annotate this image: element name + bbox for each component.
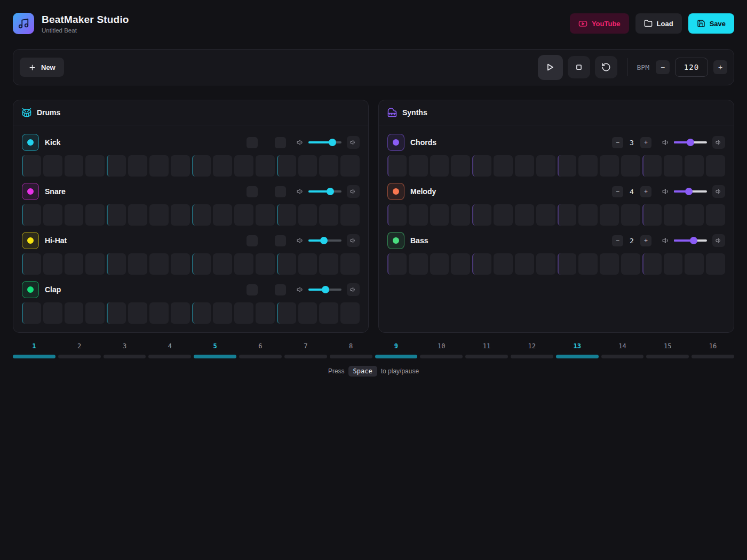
octave-increase-button[interactable]: + [640, 186, 651, 197]
step-cell[interactable] [234, 155, 253, 177]
step-cell[interactable] [536, 253, 555, 275]
instrument-toggle-button[interactable] [387, 232, 404, 249]
mute-button[interactable] [347, 185, 360, 198]
step-cell[interactable] [664, 204, 683, 226]
octave-decrease-button[interactable]: − [612, 235, 623, 246]
step-cell[interactable] [298, 204, 317, 226]
octave-decrease-button[interactable]: − [612, 137, 623, 148]
step-cell[interactable] [409, 253, 428, 275]
step-cell[interactable] [128, 155, 147, 177]
step-cell[interactable] [213, 155, 232, 177]
step-cell[interactable] [85, 253, 105, 275]
mute-button[interactable] [347, 283, 360, 296]
step-cell[interactable] [192, 253, 211, 275]
step-cell[interactable] [149, 204, 169, 226]
volume-slider[interactable] [308, 188, 341, 195]
step-cell[interactable] [451, 204, 470, 226]
volume-slider[interactable] [308, 237, 341, 244]
step-cell[interactable] [107, 155, 126, 177]
instrument-toggle-button[interactable] [387, 183, 404, 200]
step-cell[interactable] [558, 204, 577, 226]
step-cell[interactable] [256, 253, 275, 275]
bpm-decrease-button[interactable]: − [656, 60, 670, 74]
step-cell[interactable] [213, 302, 232, 324]
step-cell[interactable] [600, 155, 619, 177]
step-cell[interactable] [340, 253, 360, 275]
volume-slider[interactable] [308, 139, 341, 146]
step-cell[interactable] [451, 155, 470, 177]
step-cell[interactable] [128, 253, 147, 275]
step-cell[interactable] [234, 253, 253, 275]
step-cell[interactable] [642, 204, 662, 226]
step-cell[interactable] [536, 204, 555, 226]
step-cell[interactable] [256, 155, 275, 177]
step-cell[interactable] [558, 155, 577, 177]
step-cell[interactable] [600, 204, 619, 226]
step-cell[interactable] [43, 302, 62, 324]
stop-button[interactable] [568, 56, 590, 78]
step-cell[interactable] [234, 302, 253, 324]
step-cell[interactable] [256, 204, 275, 226]
step-cell[interactable] [642, 155, 662, 177]
instrument-toggle-button[interactable] [22, 134, 39, 151]
step-cell[interactable] [430, 253, 449, 275]
step-cell[interactable] [171, 204, 190, 226]
step-cell[interactable] [85, 155, 105, 177]
step-cell[interactable] [149, 302, 169, 324]
mute-button[interactable] [712, 234, 725, 247]
step-cell[interactable] [621, 155, 640, 177]
mute-button[interactable] [347, 234, 360, 247]
step-cell[interactable] [494, 204, 513, 226]
step-cell[interactable] [621, 253, 640, 275]
step-cell[interactable] [192, 155, 211, 177]
step-cell[interactable] [706, 253, 725, 275]
step-cell[interactable] [43, 155, 62, 177]
step-cell[interactable] [515, 155, 534, 177]
step-cell[interactable] [319, 204, 338, 226]
step-cell[interactable] [298, 155, 317, 177]
step-cell[interactable] [319, 155, 338, 177]
step-cell[interactable] [472, 204, 491, 226]
volume-slider-thumb[interactable] [685, 188, 693, 195]
octave-increase-button[interactable] [275, 186, 286, 197]
step-cell[interactable] [664, 253, 683, 275]
step-cell[interactable] [298, 302, 317, 324]
step-cell[interactable] [213, 204, 232, 226]
step-cell[interactable] [192, 204, 211, 226]
step-cell[interactable] [319, 253, 338, 275]
step-cell[interactable] [515, 253, 534, 275]
octave-increase-button[interactable]: + [640, 137, 651, 148]
step-cell[interactable] [65, 253, 84, 275]
step-cell[interactable] [22, 302, 41, 324]
step-cell[interactable] [578, 204, 598, 226]
step-cell[interactable] [128, 302, 147, 324]
volume-slider[interactable] [674, 237, 707, 244]
step-cell[interactable] [234, 204, 253, 226]
step-cell[interactable] [213, 253, 232, 275]
step-cell[interactable] [706, 155, 725, 177]
instrument-toggle-button[interactable] [22, 281, 39, 298]
instrument-toggle-button[interactable] [387, 134, 404, 151]
mute-button[interactable] [712, 136, 725, 149]
step-cell[interactable] [43, 253, 62, 275]
step-cell[interactable] [430, 204, 449, 226]
octave-increase-button[interactable]: + [640, 235, 651, 246]
save-button[interactable]: Save [688, 13, 734, 34]
step-cell[interactable] [171, 302, 190, 324]
step-cell[interactable] [664, 155, 683, 177]
step-cell[interactable] [22, 253, 41, 275]
step-cell[interactable] [85, 302, 105, 324]
octave-increase-button[interactable] [275, 284, 286, 295]
step-cell[interactable] [149, 155, 169, 177]
play-button[interactable] [538, 55, 563, 80]
reset-button[interactable] [595, 56, 617, 78]
step-cell[interactable] [494, 155, 513, 177]
step-cell[interactable] [171, 253, 190, 275]
step-cell[interactable] [494, 253, 513, 275]
octave-decrease-button[interactable] [247, 284, 258, 295]
step-cell[interactable] [578, 155, 598, 177]
step-cell[interactable] [107, 204, 126, 226]
step-cell[interactable] [685, 253, 704, 275]
step-cell[interactable] [685, 155, 704, 177]
step-cell[interactable] [107, 302, 126, 324]
